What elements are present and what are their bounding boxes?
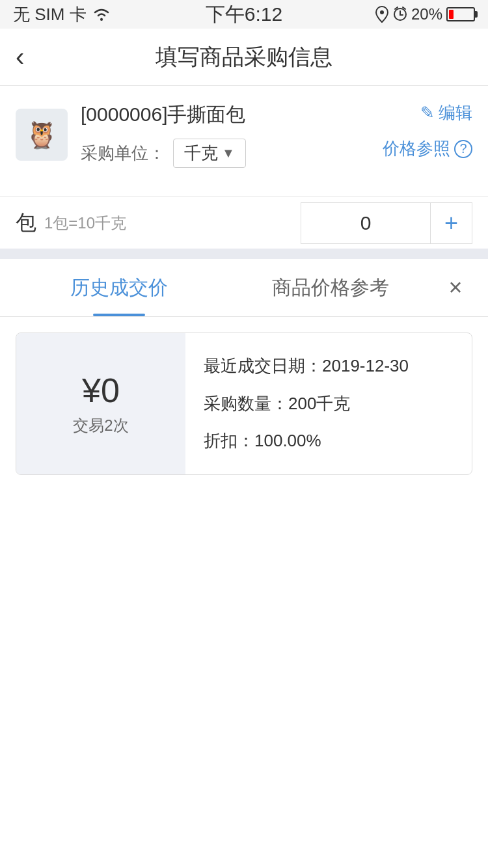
discount-value: 100.00% xyxy=(254,431,321,450)
svg-point-1 xyxy=(380,10,384,14)
back-button[interactable]: ‹ xyxy=(16,42,24,72)
tab-close-button[interactable]: × xyxy=(436,268,475,307)
history-price-content: ¥0 交易2次 最近成交日期：2019-12-30 采购数量：200千克 折扣：… xyxy=(0,317,488,491)
quantity-value: 0 xyxy=(360,212,372,234)
product-thumbnail: 🦉 xyxy=(16,109,68,161)
product-name: [0000006]手撕面包 xyxy=(81,102,246,128)
status-bar: 无 SIM 卡 下午6:12 20% xyxy=(0,0,488,29)
tab-product-price-ref[interactable]: 商品价格参考 xyxy=(224,259,436,316)
section-divider xyxy=(0,249,488,259)
status-right: 20% xyxy=(375,5,475,23)
nav-bar: ‹ 填写商品采购信息 xyxy=(0,29,488,86)
help-icon: ? xyxy=(454,140,472,158)
tab-history-price[interactable]: 历史成交价 xyxy=(13,259,224,316)
wifi-icon xyxy=(92,7,111,21)
unit-select-button[interactable]: 千克 ▼ xyxy=(173,139,246,168)
alarm-icon xyxy=(393,6,407,23)
quantity-right: 0 + xyxy=(301,202,472,244)
discount-row: 折扣：100.00% xyxy=(204,427,454,455)
product-image-icon: 🦉 xyxy=(25,120,58,150)
recent-date-row: 最近成交日期：2019-12-30 xyxy=(204,353,454,380)
help-label: ? xyxy=(459,141,467,156)
quantity-plus-button[interactable]: + xyxy=(431,202,472,244)
svg-point-0 xyxy=(100,18,103,21)
price-card-right: 最近成交日期：2019-12-30 采购数量：200千克 折扣：100.00% xyxy=(185,333,472,474)
page-title: 填写商品采购信息 xyxy=(156,42,332,72)
battery-icon xyxy=(446,7,475,21)
product-right: ✎ 编辑 价格参照 ? xyxy=(383,102,472,160)
carrier-text: 无 SIM 卡 xyxy=(13,3,87,26)
tab-section: 历史成交价 商品价格参考 × ¥0 交易2次 最近成交日期：2019-12-30… xyxy=(0,259,488,491)
product-left: 🦉 [0000006]手撕面包 采购单位： 千克 ▼ xyxy=(16,102,246,168)
product-header: 🦉 [0000006]手撕面包 采购单位： 千克 ▼ ✎ 编辑 价格参照 xyxy=(16,102,472,168)
status-time: 下午6:12 xyxy=(206,1,282,28)
edit-label: 编辑 xyxy=(439,102,472,124)
price-card: ¥0 交易2次 最近成交日期：2019-12-30 采购数量：200千克 折扣：… xyxy=(16,332,472,475)
tab-history-label: 历史成交价 xyxy=(70,275,168,301)
tab-active-indicator xyxy=(93,314,145,316)
location-icon xyxy=(375,6,389,23)
unit-label: 采购单位： xyxy=(81,142,165,165)
product-unit-row: 采购单位： 千克 ▼ xyxy=(81,139,246,168)
quantity-section: 包 1包=10千克 0 + xyxy=(0,197,488,249)
purchase-qty-label: 采购数量： xyxy=(204,394,288,413)
tab-price-ref-label: 商品价格参考 xyxy=(272,275,389,301)
quantity-left: 包 1包=10千克 xyxy=(16,209,126,237)
purchase-qty-value: 200千克 xyxy=(288,394,350,413)
battery-percent: 20% xyxy=(411,5,442,23)
main-background xyxy=(0,491,488,868)
price-ref-label: 价格参照 xyxy=(383,137,450,160)
tab-bar: 历史成交价 商品价格参考 × xyxy=(0,259,488,317)
trade-count: 交易2次 xyxy=(73,415,128,436)
quantity-input[interactable]: 0 xyxy=(301,202,431,244)
recent-date-label: 最近成交日期： xyxy=(204,356,322,375)
quantity-unit-label: 包 xyxy=(16,209,36,237)
recent-date-value: 2019-12-30 xyxy=(322,356,409,375)
purchase-qty-row: 采购数量：200千克 xyxy=(204,390,454,418)
chevron-down-icon: ▼ xyxy=(222,146,235,161)
status-left: 无 SIM 卡 xyxy=(13,3,111,26)
price-amount: ¥0 xyxy=(82,371,120,410)
price-card-left: ¥0 交易2次 xyxy=(16,333,185,474)
product-info: [0000006]手撕面包 采购单位： 千克 ▼ xyxy=(81,102,246,168)
price-reference-button[interactable]: 价格参照 ? xyxy=(383,137,472,160)
edit-button[interactable]: ✎ 编辑 xyxy=(420,102,472,124)
edit-icon: ✎ xyxy=(420,103,435,123)
unit-value: 千克 xyxy=(184,142,218,165)
product-section: 🦉 [0000006]手撕面包 采购单位： 千克 ▼ ✎ 编辑 价格参照 xyxy=(0,86,488,197)
quantity-conversion: 1包=10千克 xyxy=(44,213,126,234)
discount-label: 折扣： xyxy=(204,431,254,450)
